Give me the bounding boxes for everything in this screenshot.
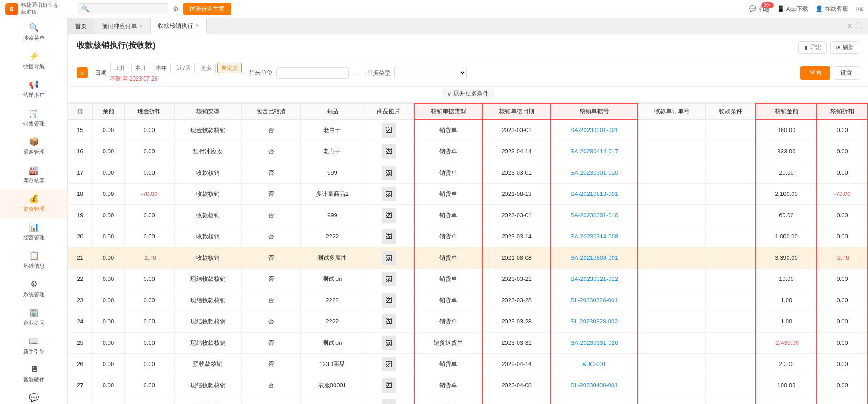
tab-prepaid[interactable]: 预付冲应付单 × [94,18,151,34]
sidebar-item-enterprise[interactable]: 🏢 企业协同 [0,303,67,332]
settings-gear-icon[interactable]: ⚙ [173,5,179,13]
cell-writeoff-no[interactable]: SA-20230301-001 [551,119,638,141]
cell-writeoff-discount: 0.00 [817,226,868,247]
sidebar-item-purchase[interactable]: 📦 采购管理 [0,132,67,161]
sidebar-item-label: 智能硬件 [23,376,45,384]
expand-conditions-btn[interactable]: ∨ 展开更多条件 [442,89,494,99]
writeoff-no-link[interactable]: SA-20230331-026 [571,339,618,346]
cell-writeoff-no[interactable]: SL-20230408-001 [551,375,638,396]
sidebar-item-guide[interactable]: 📖 新手引导 [0,332,67,360]
cell-writeoff-no[interactable]: SA-20210813-001 [551,183,638,204]
tab-collection[interactable]: 收款核销执行 × [151,18,207,34]
writeoff-no-link[interactable]: SA-20230314-008 [571,233,618,240]
cell-cash-discount: 0.00 [124,396,174,404]
cell-writeoff-no[interactable]: SA-20230321-012 [551,268,638,290]
date-btn-this-year[interactable]: 本年 [152,63,171,73]
cell-receipt-order-no [638,226,706,247]
sidebar-item-label: 基础信息 [23,262,45,270]
cell-include-settled: 否 [242,141,301,162]
cell-cash-discount: 0.00 [124,119,174,141]
writeoff-no-link[interactable]: SA-20230321-012 [571,276,618,282]
sidebar-item-inventory[interactable]: 🏭 库存核算 [0,161,67,189]
search-input[interactable] [89,6,152,12]
cell-include-settled: 否 [242,311,301,332]
cell-writeoff-no[interactable]: ABC-001 [551,353,638,375]
date-btn-this-month[interactable]: 本月 [131,63,150,73]
date-btn-more[interactable]: 更多 [197,63,216,73]
tab-home[interactable]: 首页 [68,18,94,34]
cell-receipt-condition [706,311,756,332]
table-row: 19 0.00 0.00 收款核销 否 999 🖼 销货单 2023-03-01… [68,204,868,226]
cell-writeoff-amount: -2,430.00 [756,332,817,353]
date-btn-custom[interactable]: 自定义 [217,63,242,73]
sidebar-item-sales[interactable]: 🛒 销售管理 [0,104,67,132]
filter-unit-input[interactable] [276,67,349,79]
filter-query-btn[interactable]: 查询 [800,66,830,80]
app-download-item[interactable]: 📱 App下载 [777,5,808,13]
cell-writeoff-no[interactable]: SA-20230301-010 [551,204,638,226]
writeoff-no-link[interactable]: SA-20210808-001 [571,254,618,261]
filter-expand-btn[interactable]: » [77,67,88,78]
date-btn-last-month[interactable]: 上月 [110,63,129,73]
tab-collection-close[interactable]: × [196,23,199,29]
writeoff-no-link[interactable]: SL-20230328-001 [571,297,618,304]
refresh-button[interactable]: ↺ 刷新 [830,41,859,54]
cell-writeoff-no[interactable]: SL-20230418-001 [551,396,638,404]
sidebar-item-label: 销售管理 [23,120,45,128]
filter-date-buttons: 上月 本月 本年 近7天 更多 自定义 不限 至 2023-07-26 [110,63,242,83]
sidebar-item-marketing[interactable]: 📢 营销推广 [0,75,67,104]
purchase-icon: 📦 [29,137,39,147]
online-service-item[interactable]: 👤 在线客服 [816,5,848,13]
writeoff-no-link[interactable]: SA-20230301-010 [571,212,618,219]
th-gear[interactable]: ⚙ [68,103,93,119]
tab-prepaid-close[interactable]: × [140,23,143,29]
sidebar-item-basic-info[interactable]: 📋 基础信息 [0,246,67,275]
cell-writeoff-date: 2023-03-21 [482,268,551,290]
cell-goods-img: 🖼 [364,396,414,404]
sidebar-item-wechat[interactable]: 💬 企业微信 [0,388,67,404]
sidebar-item-system[interactable]: ⚙ 系统管理 [0,275,67,303]
close-tab-btn[interactable]: × [848,22,852,30]
cell-writeoff-no[interactable]: SL-20230328-001 [551,290,638,311]
cell-cash-discount: 0.00 [124,332,174,353]
cell-receipt-condition [706,332,756,353]
cell-writeoff-no[interactable]: SA-20230414-017 [551,141,638,162]
cell-writeoff-no[interactable]: SA-20230301-010 [551,162,638,183]
sidebar-item-operations[interactable]: 📊 经营管理 [0,218,67,246]
writeoff-no-link[interactable]: SL-20230408-001 [571,382,618,389]
writeoff-no-link[interactable]: SA-20230301-001 [571,127,618,133]
user-item[interactable]: Rit [855,5,863,12]
writeoff-no-link[interactable]: SA-20230414-017 [571,148,618,155]
cell-writeoff-no[interactable]: SA-20230331-026 [551,332,638,353]
cell-writeoff-type: 现结收款核销 [174,375,241,396]
messages-item[interactable]: 💬 消息 99+ [749,5,770,13]
filter-type-select[interactable] [394,67,467,79]
industry-button[interactable]: 体验行业方案 [183,3,231,15]
search-box[interactable]: 🔍 [78,3,168,14]
sidebar-item-search-menu[interactable]: 🔍 搜索菜单 [0,18,67,47]
cell-writeoff-date: 2023-04-08 [482,375,551,396]
fullscreen-btn[interactable]: ⛶ [855,22,863,30]
cell-writeoff-no[interactable]: SL-20230328-002 [551,311,638,332]
cell-receipt-condition [706,247,756,268]
writeoff-no-link[interactable]: ABC-001 [582,361,606,367]
cell-writeoff-no[interactable]: SA-20210808-001 [551,247,638,268]
filter-settings-btn[interactable]: 设置 [834,66,859,80]
writeoff-no-link[interactable]: SL-20230328-002 [571,318,618,325]
sidebar-item-label: 资金管理 [23,205,45,213]
cell-seq: 28 [68,396,93,404]
cell-writeoff-bill-type: 销货单 [414,183,482,204]
cell-include-settled: 否 [242,268,301,290]
export-button[interactable]: ⬆ 导出 [798,41,827,54]
sidebar-item-quick-nav[interactable]: ⚡ 快捷导航 [0,47,67,75]
quick-nav-icon: ⚡ [29,51,39,61]
writeoff-no-link[interactable]: SA-20230301-010 [571,169,618,176]
sidebar-item-smart-hardware[interactable]: 🖥 智能硬件 [0,360,67,388]
cell-writeoff-amount: 20.00 [756,353,817,375]
sidebar-item-finance[interactable]: 💰 资金管理 [0,189,67,218]
writeoff-no-link[interactable]: SA-20210813-001 [571,190,618,197]
date-row-1: 上月 本月 本年 近7天 更多 自定义 [110,63,242,73]
cell-writeoff-no[interactable]: SA-20230314-008 [551,226,638,247]
cell-seq: 23 [68,290,93,311]
date-btn-7days[interactable]: 近7天 [173,63,195,73]
